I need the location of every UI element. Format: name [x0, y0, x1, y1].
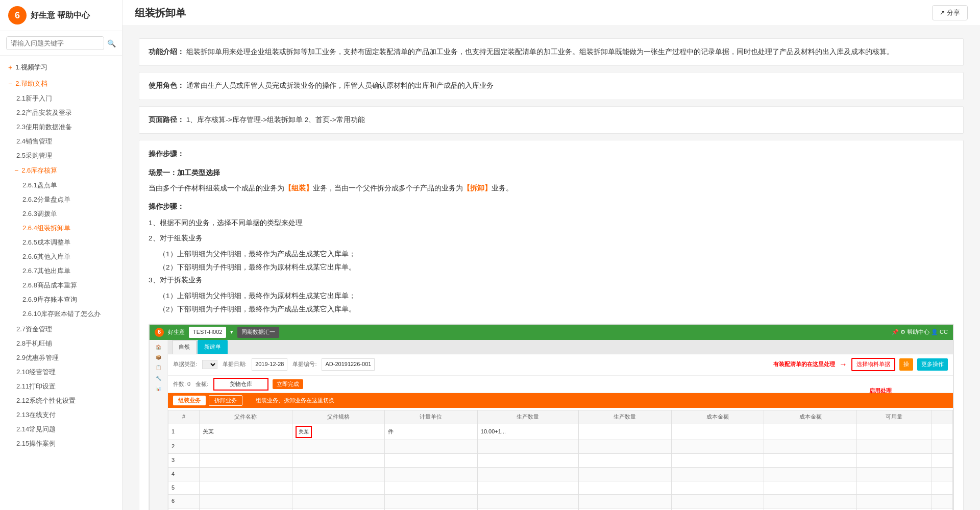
ss-form-type-label: 单据类型:	[173, 359, 197, 370]
top-bar: 组装拆卸单 ↗ 分享	[122, 0, 980, 26]
expand-icon-video: +	[8, 63, 12, 71]
sidebar-item-payment[interactable]: 2.13在线支付	[0, 408, 122, 422]
sidebar-item-mobile[interactable]: 2.8手机旺铺	[0, 336, 122, 351]
sidebar-item-inv-ledger[interactable]: 2.6.9库存账本查询	[0, 293, 122, 307]
ss-form-type-select[interactable]	[202, 360, 217, 369]
sidebar-item-mgmt[interactable]: 2.10经营管理	[0, 365, 122, 379]
role-label: 使用角色：	[149, 82, 184, 89]
ss-titlebar: 6 好生意 TEST-H002 ▾ 同期数据汇一 📌 ⚙ 帮助中心 👤 CC	[150, 325, 953, 340]
scenario1-title: 场景一：加工类型选择	[149, 166, 954, 179]
ss-disassembly-btn[interactable]: 拆卸业务	[209, 395, 242, 406]
ss-titlebar-right: 📌 ⚙ 帮助中心 👤 CC	[892, 327, 948, 337]
path-text: 1、库存核算->库存管理->组装拆卸单 2、首页->常用功能	[186, 116, 365, 124]
ss-table-area: # 父件名称 父件规格 计量单位 生产数量 生产数量 成本金额 成本金额	[168, 408, 953, 510]
ss-assembly-btn[interactable]: 组装业务	[173, 396, 206, 405]
step2-1: （1）上部明细为父件明细，最终作为产成品生成某它入库单；	[149, 248, 954, 261]
ss-confirm-btn[interactable]: 立即完成	[273, 379, 303, 389]
sidebar-item-coupon[interactable]: 2.9优惠券管理	[0, 351, 122, 365]
sidebar-item-inv-adjust[interactable]: 2.6.3调拨单	[0, 207, 122, 221]
ss-order-value: AD-20191226-001	[322, 358, 375, 371]
sidebar-item-cases[interactable]: 2.15操作案例	[0, 436, 122, 451]
sidebar-item-sales[interactable]: 2.4销售管理	[0, 134, 122, 149]
sidebar: 6 好生意 帮助中心 🔍 + 1.视频学习 − 2.帮助文档 2.1新手入门 2…	[0, 0, 122, 510]
search-area: 🔍	[0, 31, 122, 56]
ss-col-qty2: 生产数量	[579, 410, 672, 424]
ss-col-ops	[932, 410, 953, 424]
table-row: 1 关某 关某 件 10.00+1...	[168, 424, 953, 440]
ss-nav-icon-2: 📦	[156, 353, 161, 361]
ss-icons: 📌 ⚙ 帮助中心 👤 CC	[892, 327, 948, 337]
ss-col-parent-name: 父件名称	[199, 410, 292, 424]
ss-cell-unit: 件	[385, 424, 478, 440]
ss-company: TEST-H002	[189, 327, 226, 338]
ss-form-sub: 件数: 0 金额: 货物仓库 立即完成	[168, 376, 953, 394]
ss-warehouse-field: 货物仓库	[213, 378, 268, 391]
ops-title: 操作步骤：	[149, 148, 954, 160]
share-button[interactable]: ↗ 分享	[932, 5, 968, 20]
sidebar-item-inv-partial[interactable]: 2.6.2分量盘点单	[0, 192, 122, 207]
step3-2: （2）下部明细为子件明细，最终作为产成品生成某它入库单。	[149, 303, 954, 316]
sidebar-item-video-label: 1.视频学习	[15, 63, 47, 72]
sidebar-item-inventory-label: 2.6库存核算	[21, 166, 57, 175]
sidebar-item-print[interactable]: 2.11打印设置	[0, 379, 122, 394]
share-label: 分享	[947, 8, 960, 17]
ss-titlebar-left: 6 好生意 TEST-H002 ▾ 同期数据汇一	[155, 327, 279, 338]
ss-col-qty1: 生产数量	[477, 410, 578, 424]
sidebar-item-inv-in[interactable]: 2.6.6其他入库单	[0, 250, 122, 264]
page-title: 组装拆卸单	[135, 6, 186, 20]
share-icon: ↗	[940, 9, 945, 16]
sidebar-item-finance[interactable]: 2.7资金管理	[0, 322, 122, 336]
sidebar-item-inv-error[interactable]: 2.6.10库存账本错了怎么办	[0, 307, 122, 321]
sidebar-item-data-prep[interactable]: 2.3使用前数据准备	[0, 120, 122, 134]
intro-block: 功能介绍： 组装拆卸单用来处理企业组装或拆卸等加工业务，支持有固定装配清单的产品…	[139, 38, 964, 66]
annotation1: 有装配清单的在这里处理	[773, 359, 835, 370]
ss-mini-nav: 🏠 📦 📋 🔧 📊	[150, 340, 168, 510]
sidebar-item-inv-out[interactable]: 2.6.7其他出库单	[0, 264, 122, 278]
logo-icon: 6	[8, 6, 27, 25]
ss-cell-qty2	[579, 424, 672, 440]
table-row: 5	[168, 481, 953, 495]
sidebar-item-custom[interactable]: 2.12系统个性化设置	[0, 394, 122, 408]
ss-toggle-bar: 组装业务 拆卸业务 组装业务、拆卸业务在这里切换 启用处理	[168, 393, 953, 408]
search-input[interactable]	[6, 36, 104, 50]
sidebar-item-inv-cost[interactable]: 2.6.5成本调整单	[0, 235, 122, 250]
path-label: 页面路径：	[149, 116, 184, 124]
sidebar-item-new-user[interactable]: 2.1新手入门	[0, 91, 122, 106]
step3-1: （1）上部明细为父件明细，最终作为原材料生成某它出库单；	[149, 289, 954, 303]
ss-data-table: # 父件名称 父件规格 计量单位 生产数量 生产数量 成本金额 成本金额	[168, 410, 953, 510]
step3: 3、对于拆装业务	[149, 274, 954, 286]
sidebar-item-purchase[interactable]: 2.5采购管理	[0, 149, 122, 163]
nav-group-video: + 1.视频学习	[0, 60, 122, 75]
sidebar-item-faq[interactable]: 2.14常见问题	[0, 422, 122, 436]
ss-cell-action	[932, 424, 953, 440]
ss-op-btn: 操	[899, 358, 913, 371]
ss-btn-prev: 同期数据汇一	[237, 327, 279, 338]
ss-tab-natural: 自然	[172, 340, 197, 354]
main-content: 组装拆卸单 ↗ 分享 功能介绍： 组装拆卸单用来处理企业组装或拆卸等加工业务，支…	[122, 0, 980, 510]
sidebar-item-install[interactable]: 2.2产品安装及登录	[0, 106, 122, 120]
ss-col-no: #	[168, 410, 200, 424]
ss-annotation-area: 有装配清单的在这里处理 → 选择物料单据 操 更多操作	[380, 357, 948, 372]
ss-cell-qty1: 10.00+1...	[477, 424, 578, 440]
collapse-icon-docs: −	[8, 80, 12, 88]
step1: 1、根据不同的业务，选择不同单据的类型来处理	[149, 217, 954, 229]
sidebar-item-inv-cost-reset[interactable]: 2.6.8商品成本重算	[0, 278, 122, 293]
screenshot-container: 6 好生意 TEST-H002 ▾ 同期数据汇一 📌 ⚙ 帮助中心 👤 CC	[149, 324, 954, 510]
sidebar-item-inv-check[interactable]: 2.6.1盘点单	[0, 178, 122, 192]
ss-logo: 6	[155, 328, 164, 337]
ss-nav-icon-5: 📊	[156, 384, 161, 393]
sidebar-item-inventory[interactable]: − 2.6库存核算	[0, 163, 122, 178]
ss-tabs: 自然 新建单	[168, 340, 953, 354]
sidebar-item-video[interactable]: + 1.视频学习	[0, 60, 122, 75]
sidebar-item-docs[interactable]: − 2.帮助文档	[0, 76, 122, 91]
app-title: 好生意 帮助中心	[31, 10, 90, 21]
sidebar-item-inv-assembly[interactable]: 2.6.4组装拆卸单	[0, 221, 122, 235]
ss-col-cost2: 成本金额	[764, 410, 857, 424]
ss-main: 自然 新建单 单据类型: 单据日期: 2019-12-28 单据编号: AD-2…	[168, 340, 953, 510]
ss-cell-cost2	[764, 424, 857, 440]
collapse-icon-inventory: −	[14, 166, 18, 175]
ss-cell-avail	[856, 424, 932, 440]
content-area: 功能介绍： 组装拆卸单用来处理企业组装或拆卸等加工业务，支持有固定装配清单的产品…	[122, 26, 980, 510]
red-arrow-1: →	[839, 357, 847, 372]
search-icon[interactable]: 🔍	[107, 39, 116, 47]
